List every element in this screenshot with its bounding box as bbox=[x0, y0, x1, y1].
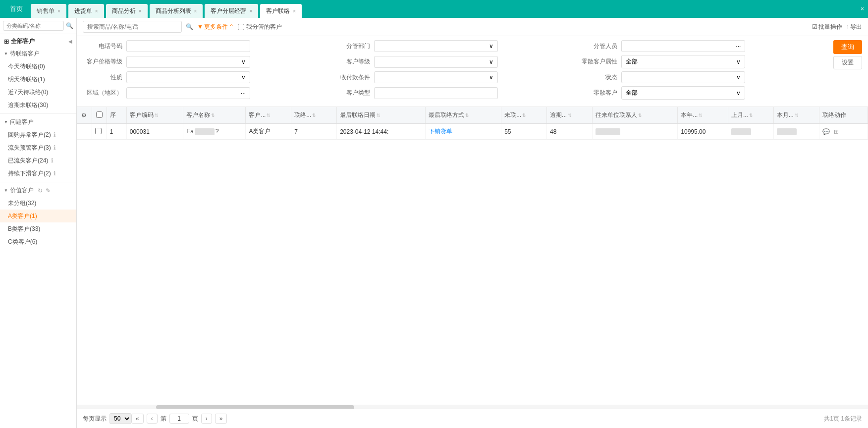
all-customers-title[interactable]: ⊞ 全部客户 bbox=[4, 37, 35, 46]
chevron-dept: ∨ bbox=[489, 43, 493, 50]
sidebar-item-declining[interactable]: 持续下滑客户(2) ℹ bbox=[0, 167, 76, 180]
filter-search-icon[interactable]: 🔍 bbox=[186, 23, 193, 30]
dept-select[interactable]: ∨ bbox=[374, 40, 498, 52]
first-page-btn[interactable]: « bbox=[131, 414, 144, 424]
last-page-btn[interactable]: » bbox=[215, 414, 227, 424]
status-label: 状态 bbox=[578, 73, 617, 82]
sidebar-search-input[interactable] bbox=[3, 21, 64, 31]
sidebar-item-c-class[interactable]: C类客户(6) bbox=[0, 235, 76, 248]
sidebar-item-b-class[interactable]: B类客户(33) bbox=[0, 222, 76, 235]
cust-type-input[interactable] bbox=[374, 87, 498, 99]
close-sales-tab[interactable]: × bbox=[57, 8, 60, 14]
chevron-down-icon: ⌃ bbox=[229, 23, 234, 30]
chevron-sparse: ∨ bbox=[736, 58, 741, 65]
horizontal-scrollbar[interactable] bbox=[77, 405, 868, 409]
th-this-month[interactable]: 本月...⇅ bbox=[773, 107, 819, 124]
my-customers-check[interactable] bbox=[238, 24, 244, 30]
sidebar-item-repurchase[interactable]: 回购异常客户(2) ℹ bbox=[0, 128, 76, 141]
sidebar-item-unsorted[interactable]: 未分组(32) bbox=[0, 197, 76, 210]
nav-tab-customer-contact[interactable]: 客户联络 × bbox=[260, 4, 302, 18]
total-records: 共1页 1条记录 bbox=[824, 415, 862, 423]
sidebar-item-7days[interactable]: 近7天待联络(0) bbox=[0, 86, 76, 99]
nature-select[interactable]: ∨ bbox=[126, 71, 250, 83]
triangle-icon-2: ▼ bbox=[4, 120, 8, 124]
query-button[interactable]: 查询 bbox=[833, 40, 862, 54]
price-level-select[interactable]: ∨ bbox=[126, 56, 250, 68]
filter-search-input[interactable] bbox=[83, 21, 182, 33]
per-page-select[interactable]: 50 bbox=[109, 413, 131, 424]
sidebar-item-tomorrow[interactable]: 明天待联络(1) bbox=[0, 73, 76, 86]
sidebar-collapse-btn[interactable]: ◀ bbox=[68, 39, 72, 44]
cust-level-select[interactable]: ∨ bbox=[374, 56, 498, 68]
th-contact-count[interactable]: 联络...⇅ bbox=[291, 107, 337, 124]
status-select[interactable]: ∨ bbox=[621, 71, 745, 83]
comment-icon[interactable]: 💬 bbox=[822, 128, 830, 135]
filter-payment: 收付款条件 ∨ bbox=[330, 71, 578, 83]
filter-status: 状态 ∨ bbox=[578, 71, 825, 83]
th-code[interactable]: 客户编码⇅ bbox=[126, 107, 183, 124]
td-last-method[interactable]: 下销货单 bbox=[426, 124, 501, 140]
last-method-link[interactable]: 下销货单 bbox=[429, 128, 452, 135]
payment-select[interactable]: ∨ bbox=[374, 71, 498, 83]
nav-tab-analysis-list[interactable]: 商品分析列表 × bbox=[150, 4, 203, 18]
more-filter-btn[interactable]: ▼ 更多条件 ⌃ bbox=[197, 23, 234, 31]
close-customer-mgmt-tab[interactable]: × bbox=[249, 8, 252, 14]
grid-action-icon[interactable]: ⊞ bbox=[834, 128, 839, 135]
close-all-btn[interactable]: × bbox=[861, 5, 864, 12]
th-name[interactable]: 客户名称⇅ bbox=[183, 107, 246, 124]
phone-input[interactable] bbox=[126, 40, 250, 52]
sidebar-item-churned[interactable]: 已流失客户(24) ℹ bbox=[0, 154, 76, 167]
main-layout: 🔍 ⊞ 全部客户 ◀ ▼ 待联络客户 今天待联络(0) 明天待联络(1) 近7天… bbox=[0, 18, 868, 428]
th-gear[interactable]: ⚙ bbox=[77, 107, 92, 124]
th-level[interactable]: 客户...⇅ bbox=[246, 107, 291, 124]
triangle-icon-3: ▼ bbox=[4, 188, 8, 193]
chevron-payment: ∨ bbox=[489, 74, 493, 81]
page-input[interactable] bbox=[169, 414, 189, 424]
problem-customers-group: ▼ 问题客户 回购异常客户(2) ℹ 流失预警客户(3) ℹ 已流失客户(24)… bbox=[0, 115, 76, 181]
batch-op-btn[interactable]: ☑ 批量操作 bbox=[812, 23, 842, 31]
value-customers-header[interactable]: ▼ 价值客户 ↻ ✎ bbox=[0, 184, 76, 197]
th-checkbox[interactable] bbox=[92, 107, 107, 124]
sidebar-item-churn-warning[interactable]: 流失预警客户(3) ℹ bbox=[0, 141, 76, 154]
th-last-month[interactable]: 上月...⇅ bbox=[728, 107, 773, 124]
th-overdue[interactable]: 逾期...⇅ bbox=[547, 107, 593, 124]
next-page-btn[interactable]: › bbox=[201, 414, 212, 424]
export-btn[interactable]: ↑ 导出 bbox=[846, 23, 862, 31]
my-customers-checkbox[interactable]: 我分管的客户 bbox=[238, 23, 282, 31]
th-last-method[interactable]: 最后联络方式⇅ bbox=[426, 107, 501, 124]
th-contact-person[interactable]: 往来单位联系人⇅ bbox=[592, 107, 677, 124]
table-body: 1 000031 Ea? A类客户 7 2023-04-12 14:44: 下销… bbox=[77, 124, 868, 140]
close-analysis-tab[interactable]: × bbox=[139, 8, 142, 14]
nav-tab-analysis[interactable]: 商品分析 × bbox=[106, 4, 148, 18]
th-not-contact[interactable]: 未联...⇅ bbox=[501, 107, 547, 124]
sidebar-item-a-class[interactable]: A类客户(1) bbox=[0, 210, 76, 222]
top-nav: 首页 销售单 × 进货单 × 商品分析 × 商品分析列表 × 客户分层经营 × … bbox=[0, 0, 868, 18]
edit-icon[interactable]: ✎ bbox=[46, 187, 51, 194]
refresh-icon[interactable]: ↻ bbox=[38, 187, 43, 194]
close-purchase-tab[interactable]: × bbox=[95, 8, 98, 14]
th-this-year[interactable]: 本年...⇅ bbox=[678, 107, 728, 124]
set-button[interactable]: 设置 bbox=[833, 56, 862, 69]
prev-page-btn[interactable]: ‹ bbox=[147, 414, 158, 424]
select-all-checkbox[interactable] bbox=[96, 111, 103, 118]
sparse-attr-select[interactable]: 全部 ∨ bbox=[621, 55, 745, 68]
nav-tab-purchase[interactable]: 进货单 × bbox=[68, 4, 104, 18]
nav-tab-customer-mgmt[interactable]: 客户分层经营 × bbox=[205, 4, 258, 18]
sparse-cust-select[interactable]: 全部 ∨ bbox=[621, 86, 745, 100]
th-last-date[interactable]: 最后联络日期⇅ bbox=[337, 107, 426, 124]
row-checkbox[interactable] bbox=[95, 128, 102, 134]
sidebar-item-today[interactable]: 今天待联络(0) bbox=[0, 60, 76, 73]
close-analysis-list-tab[interactable]: × bbox=[194, 8, 197, 14]
sort-method-icon: ⇅ bbox=[465, 113, 469, 118]
nav-tab-sales[interactable]: 销售单 × bbox=[31, 4, 66, 18]
problem-customers-header[interactable]: ▼ 问题客户 bbox=[0, 116, 76, 128]
nav-home[interactable]: 首页 bbox=[4, 0, 29, 18]
sidebar-item-overdue[interactable]: 逾期未联络(30) bbox=[0, 99, 76, 111]
manager-select[interactable]: ··· bbox=[621, 40, 745, 52]
sidebar-search-area: 🔍 bbox=[0, 18, 76, 34]
sidebar-search-icon[interactable]: 🔍 bbox=[66, 22, 73, 29]
close-customer-contact-tab[interactable]: × bbox=[293, 8, 296, 14]
region-select[interactable]: ··· bbox=[126, 87, 250, 99]
pending-contact-header[interactable]: ▼ 待联络客户 bbox=[0, 48, 76, 60]
td-checkbox[interactable] bbox=[92, 124, 107, 140]
